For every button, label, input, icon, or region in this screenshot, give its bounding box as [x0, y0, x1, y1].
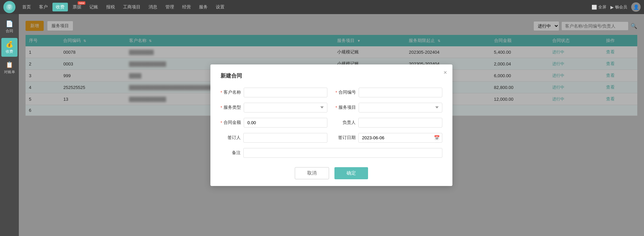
nav-tax[interactable]: 报税 — [103, 3, 118, 11]
top-navigation: 首页 客户 收费 票据 new 记账 报税 工商项目 消息 管理 经营 服务 设… — [0, 0, 644, 14]
remark-row: 备注 — [220, 148, 442, 158]
modal-title: 新建合同 — [220, 73, 442, 80]
sidebar-item-contract[interactable]: 📄 合同 — [1, 17, 17, 36]
service-type-group: * 服务类型 — [220, 103, 327, 112]
contract-amount-group: * 合同金额 — [220, 118, 327, 128]
contract-icon: 📄 — [6, 20, 13, 28]
sign-date-row: 签订日期 📅 — [335, 133, 442, 143]
service-type-select[interactable] — [244, 103, 327, 112]
client-name-required: * — [220, 90, 222, 95]
fullscreen-button[interactable]: ⬜ 全屏 — [592, 4, 606, 10]
contract-no-row: * 合同编号 — [335, 88, 442, 97]
nav-bookkeeping[interactable]: 记账 — [86, 3, 102, 11]
service-item-select[interactable] — [359, 103, 442, 112]
remark-label: 备注 — [220, 150, 241, 156]
cancel-button[interactable]: 取消 — [295, 167, 329, 179]
nav-client[interactable]: 客户 — [36, 3, 51, 11]
app-logo — [3, 1, 15, 13]
signer-row: 签订人 — [220, 133, 327, 143]
responsible-label: 负责人 — [335, 120, 356, 126]
nav-message[interactable]: 消息 — [145, 3, 161, 11]
sidebar-item-statement-label: 对账单 — [4, 69, 15, 75]
contract-no-group: * 合同编号 — [335, 88, 442, 97]
user-avatar[interactable]: 👤 — [631, 2, 641, 12]
nav-service[interactable]: 服务 — [196, 3, 211, 11]
contract-amount-input[interactable] — [244, 118, 327, 128]
sign-date-group: 签订日期 📅 — [335, 133, 442, 143]
sidebar-item-statement[interactable]: 📋 对账单 — [1, 58, 17, 77]
contract-amount-row: * 合同金额 — [220, 118, 327, 128]
service-type-row: * 服务类型 — [220, 103, 327, 112]
confirm-button[interactable]: 确定 — [334, 167, 368, 179]
service-item-row: * 服务项目 — [335, 103, 442, 112]
contract-no-required: * — [335, 90, 337, 95]
signer-input[interactable] — [243, 133, 327, 143]
client-name-label: * 客户名称 — [220, 89, 241, 95]
new-badge: new — [78, 1, 85, 5]
nav-invoice[interactable]: 票据 new — [69, 3, 85, 11]
content-area: 新增 服务项目 进行中 已完成 已终止 🔍 序号 合同编码 ⇅ — [19, 14, 644, 236]
responsible-group: 负责人 — [335, 118, 442, 128]
nav-right: ⬜ 全屏 ▶ 畅会员 👤 — [592, 2, 641, 12]
service-item-label: * 服务项目 — [335, 104, 356, 110]
client-name-row: * 客户名称 — [220, 88, 327, 97]
nav-items: 首页 客户 收费 票据 new 记账 报税 工商项目 消息 管理 经营 服务 设… — [19, 3, 592, 11]
service-type-label: * 服务类型 — [220, 104, 241, 110]
calendar-icon: 📅 — [434, 135, 440, 140]
client-name-group: * 客户名称 — [220, 88, 327, 97]
signer-label: 签订人 — [220, 135, 241, 141]
modal-footer: 取消 确定 — [220, 167, 442, 179]
service-item-group: * 服务项目 — [335, 103, 442, 112]
new-contract-modal: × 新建合同 * 客户名称 — [210, 64, 452, 186]
nav-billing[interactable]: 收费 — [52, 3, 68, 11]
client-name-input[interactable] — [244, 88, 327, 97]
sidebar-item-contract-label: 合同 — [6, 29, 13, 34]
sidebar-item-billing[interactable]: 💰 收费 — [1, 38, 17, 57]
billing-icon: 💰 — [6, 41, 13, 48]
nav-home[interactable]: 首页 — [19, 3, 34, 11]
nav-settings[interactable]: 设置 — [212, 3, 228, 11]
sidebar: 📄 合同 💰 收费 📋 对账单 — [0, 14, 19, 236]
responsible-input[interactable] — [358, 118, 442, 128]
responsible-row: 负责人 — [335, 118, 442, 128]
modal-close-button[interactable]: × — [443, 69, 447, 76]
remark-group: 备注 — [220, 148, 442, 158]
nav-business[interactable]: 工商项目 — [120, 3, 144, 11]
sign-date-label: 签订日期 — [335, 135, 356, 141]
nav-manage[interactable]: 管理 — [162, 3, 177, 11]
modal-overlay: × 新建合同 * 客户名称 — [19, 14, 644, 236]
sidebar-item-billing-label: 收费 — [6, 49, 13, 54]
nav-operation[interactable]: 经营 — [179, 3, 194, 11]
vip-button[interactable]: ▶ 畅会员 — [610, 4, 627, 10]
signer-group: 签订人 — [220, 133, 327, 143]
remark-input[interactable] — [243, 148, 442, 158]
modal-form: * 客户名称 * 合同编号 — [220, 88, 442, 158]
contract-no-label: * 合同编号 — [335, 89, 356, 95]
statement-icon: 📋 — [6, 61, 13, 68]
contract-amount-label: * 合同金额 — [220, 120, 241, 126]
main-layout: 📄 合同 💰 收费 📋 对账单 新增 服务项目 进行中 已完成 已终止 🔍 — [0, 14, 644, 236]
contract-no-input[interactable] — [359, 88, 442, 97]
sign-date-input[interactable] — [358, 133, 442, 143]
